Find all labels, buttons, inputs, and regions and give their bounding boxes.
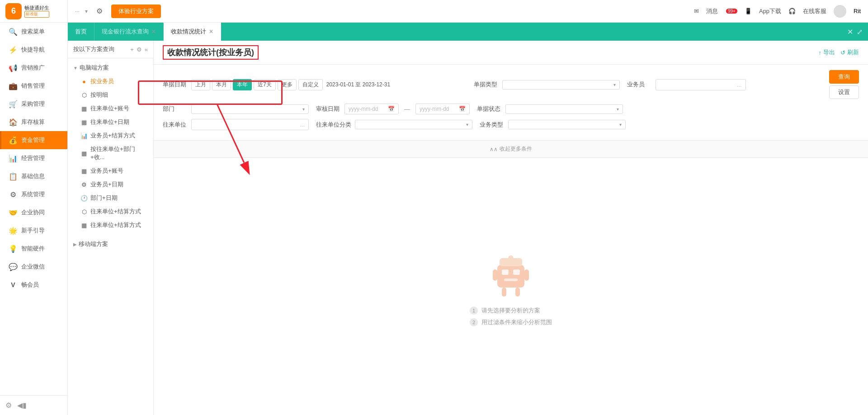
scheme-item-dept-date[interactable]: 🕐 部门+日期 xyxy=(68,191,153,205)
sidebar-item-cooperation[interactable]: 🤝 企业协同 xyxy=(0,203,67,222)
mobile-schemes-header[interactable]: ▶ 移动端方案 xyxy=(68,237,153,251)
add-scheme-icon[interactable]: + xyxy=(130,46,134,53)
sidebar-item-hardware[interactable]: 💡 智能硬件 xyxy=(0,240,67,258)
tab-collection-stats-close[interactable]: ✕ xyxy=(209,28,213,35)
salesman-more-icon[interactable]: ... xyxy=(737,81,742,88)
sidebar-item-wechat[interactable]: 💬 企业微信 xyxy=(0,258,67,276)
message-group[interactable]: ✉ 消息 99+ xyxy=(694,7,737,15)
sidebar-item-inventory[interactable]: 🏠 库存核算 xyxy=(0,113,67,131)
empty-state-illustration xyxy=(484,247,538,301)
tab-collection-stats-label: 收款情况统计 xyxy=(171,28,206,36)
sidebar-item-sales[interactable]: 💼 销售管理 xyxy=(0,77,67,95)
scheme-settings-icon[interactable]: ⚙ xyxy=(137,46,142,53)
partner-cat-select[interactable]: ▾ xyxy=(355,120,472,129)
review-date-start[interactable]: yyyy-mm-dd 📅 xyxy=(344,104,399,114)
sidebar-item-label: 库存核算 xyxy=(21,118,45,126)
biz-type-select[interactable]: ▾ xyxy=(508,120,626,129)
sidebar-item-finance[interactable]: 💰 资金管理 xyxy=(0,131,67,149)
quicknav-icon: ⚡ xyxy=(9,45,18,54)
scheme-item-salesman-settlement[interactable]: 📊 业务员+结算方式 xyxy=(68,129,153,142)
sidebar-item-label: 智能硬件 xyxy=(21,245,45,253)
biz-type-label: 业务类型 xyxy=(480,121,505,129)
system-icon: ⚙ xyxy=(9,190,18,199)
sidebar-item-marketing[interactable]: 📢 营销推广 xyxy=(0,59,67,77)
scheme-item-partner-settlement1[interactable]: ⬡ 往来单位+结算方式 xyxy=(68,205,153,218)
svg-rect-2 xyxy=(497,265,524,288)
scheme-item-label: 业务员+账号 xyxy=(90,167,123,175)
salesman-date-icon: ⚙ xyxy=(80,181,88,188)
sidebar: 6 畅捷通好生 标准版 🔍 搜索菜单 ⚡ 快捷导航 📢 营销推广 💼 销售管理 … xyxy=(0,0,68,415)
export-label: 导出 xyxy=(823,48,835,57)
scheme-item-by-salesman[interactable]: ● 按业务员 xyxy=(68,75,153,88)
refresh-button[interactable]: ↺ 刷新 xyxy=(840,48,859,57)
date-btn-this-month[interactable]: 本月 xyxy=(212,79,231,90)
dept-select[interactable]: ▾ xyxy=(191,104,309,114)
page-header: 收款情况统计(按业务员) ↑ 导出 ↺ 刷新 xyxy=(154,41,868,65)
tab-cash-flow-close[interactable]: ✕ xyxy=(151,28,156,35)
settings-bottom-icon[interactable]: ⚙ xyxy=(5,401,12,410)
date-btn-this-year[interactable]: 本年 xyxy=(233,79,252,90)
salesman-select[interactable]: ... xyxy=(656,79,746,90)
partner-select[interactable]: ... xyxy=(191,119,309,130)
main-area: ··· ▾ ⚙ 体验行业方案 ✉ 消息 99+ 📱 App下载 🎧 在线客服 R… xyxy=(68,0,868,415)
scheme-item-partner-account[interactable]: ▦ 往来单位+账号 xyxy=(68,102,153,115)
salesman-settlement-icon: 📊 xyxy=(80,132,88,139)
search-icon: 🔍 xyxy=(9,27,18,36)
operation-icon: 📊 xyxy=(9,154,18,163)
sidebar-item-label: 畅会员 xyxy=(21,281,39,289)
sidebar-item-search[interactable]: 🔍 搜索菜单 xyxy=(0,23,67,41)
dept-select-arrow: ▾ xyxy=(302,107,305,112)
setting-button[interactable]: 设置 xyxy=(829,85,859,99)
empty-state: 1 请先选择要分析的方案 2 用过滤条件来缩小分析范围 xyxy=(154,158,868,415)
sidebar-item-label: 经营管理 xyxy=(21,154,45,162)
date-btn-custom[interactable]: 自定义 xyxy=(298,79,323,90)
collapse-bar[interactable]: ∧∧ 收起更多条件 xyxy=(154,141,868,158)
tab-cash-flow[interactable]: 现金银行流水查询 ✕ xyxy=(94,23,164,41)
sidebar-item-purchase[interactable]: 🛒 采购管理 xyxy=(0,95,67,113)
scheme-item-detail[interactable]: ⬡ 按明细 xyxy=(68,88,153,102)
user-avatar[interactable] xyxy=(834,5,846,18)
page-title: 收款情况统计(按业务员) xyxy=(163,45,259,60)
tab-close-all-button[interactable]: ✕ xyxy=(847,28,853,36)
app-download-group[interactable]: 📱 App下载 xyxy=(745,7,781,15)
type-select[interactable]: ▾ xyxy=(502,80,620,90)
online-service-group[interactable]: 🎧 在线客服 xyxy=(788,7,826,15)
dept-date-icon: 🕐 xyxy=(80,194,88,202)
collapse-panel-icon[interactable]: « xyxy=(145,46,148,53)
tab-maximize-button[interactable]: ⤢ xyxy=(857,28,863,36)
svg-rect-5 xyxy=(504,278,518,281)
date-options: 上月 本月 本年 近7天 更多 自定义 xyxy=(191,79,323,90)
export-button[interactable]: ↑ 导出 xyxy=(819,48,835,57)
desktop-schemes-header[interactable]: ▼ 电脑端方案 xyxy=(68,61,153,75)
query-button[interactable]: 查询 xyxy=(829,70,859,84)
date-btn-more[interactable]: 更多 xyxy=(278,79,297,90)
review-date-end[interactable]: yyyy-mm-dd 📅 xyxy=(415,104,470,114)
sidebar-item-quicknav[interactable]: ⚡ 快捷导航 xyxy=(0,41,67,59)
trial-button[interactable]: 体验行业方案 xyxy=(111,5,161,18)
scheme-item-partner-settlement2[interactable]: ▦ 往来单位+结算方式 xyxy=(68,218,153,232)
scheme-item-salesman-account[interactable]: ▦ 业务员+账号 xyxy=(68,164,153,178)
topbar-gear-icon[interactable]: ⚙ xyxy=(93,5,106,18)
scheme-item-partner-date[interactable]: ▦ 往来单位+日期 xyxy=(68,115,153,129)
review-date-end-placeholder: yyyy-mm-dd xyxy=(420,106,449,112)
sidebar-item-member[interactable]: V 畅会员 xyxy=(0,276,67,294)
date-btn-7days[interactable]: 近7天 xyxy=(254,79,276,90)
scheme-item-partner-dept-collect[interactable]: ▦ 按往来单位+部门+收... xyxy=(68,142,153,164)
chevron-down-icon[interactable]: ▾ xyxy=(85,8,88,14)
page-header-actions: ↑ 导出 ↺ 刷新 xyxy=(819,48,859,57)
purchase-icon: 🛒 xyxy=(9,99,18,108)
left-panel-title: 按以下方案查询 xyxy=(73,45,114,53)
scheme-item-salesman-date[interactable]: ⚙ 业务员+日期 xyxy=(68,178,153,191)
partner-settle2-icon: ▦ xyxy=(80,222,88,229)
partner-more-icon[interactable]: ... xyxy=(300,121,305,128)
sidebar-item-basic[interactable]: 📋 基础信息 xyxy=(0,167,67,185)
tab-collection-stats[interactable]: 收款情况统计 ✕ xyxy=(164,23,221,41)
collapse-sidebar-icon[interactable]: ◀▮ xyxy=(17,401,27,410)
date-btn-last-month[interactable]: 上月 xyxy=(191,79,210,90)
tip-num-2: 2 xyxy=(470,318,478,326)
status-select[interactable]: ▾ xyxy=(505,104,623,114)
sidebar-item-system[interactable]: ⚙ 系统管理 xyxy=(0,185,67,203)
sidebar-item-guide[interactable]: 🌟 新手引导 xyxy=(0,222,67,240)
tab-home[interactable]: 首页 xyxy=(68,23,94,41)
sidebar-item-operation[interactable]: 📊 经营管理 xyxy=(0,149,67,167)
